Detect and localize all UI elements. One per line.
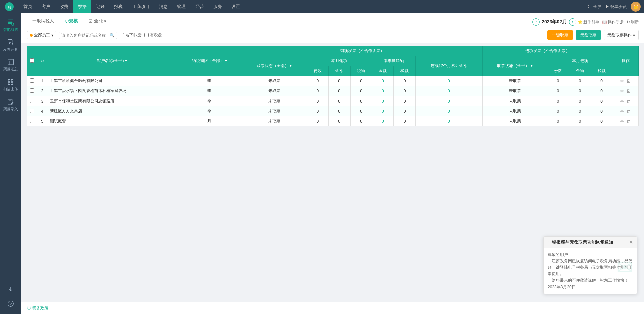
tab-small[interactable]: 小规模	[59, 15, 83, 27]
row-view-icon[interactable]: 🗎	[626, 119, 631, 124]
sidebar-help[interactable]: ?	[1, 297, 20, 310]
nav-bookkeeping[interactable]: 记账	[91, 0, 109, 13]
row-purchase-month-tax: 0	[591, 96, 612, 106]
row-sales-month-tax: 0	[350, 86, 372, 96]
notification-close-btn[interactable]: ✕	[629, 240, 633, 245]
row-checkbox[interactable]	[30, 119, 34, 123]
tab-general[interactable]: 一般纳税人	[27, 15, 59, 27]
row-sales-month-pieces: 0	[307, 86, 328, 96]
row-edit-icon[interactable]: ✏	[620, 119, 624, 124]
nav-tax[interactable]: 报税	[109, 0, 127, 13]
row-edit-icon[interactable]: ✏	[620, 109, 624, 114]
main-table: ⚙ 客户名称(全部) ▾ 纳税期限（全部） ▾ 销项发票（不合作废票） 进项发票…	[27, 46, 639, 126]
nav-customer[interactable]: 客户	[37, 0, 55, 13]
row-view-icon[interactable]: 🗎	[626, 109, 631, 114]
checkbox-mine[interactable]: 名下账套	[120, 32, 142, 38]
row-accumulated12-link[interactable]: 0	[448, 109, 450, 114]
row-purchase-month-tax: 0	[591, 116, 612, 126]
nav-home[interactable]: 首页	[19, 0, 37, 13]
tab-all[interactable]: ☑ 全能 ▾	[83, 15, 112, 27]
employee-filter[interactable]: 全部员工 ▾	[27, 31, 56, 39]
row-view-icon[interactable]: 🗎	[626, 99, 631, 104]
sidebar-label-issue-invoice: 发票开具	[3, 47, 18, 52]
filter-icon[interactable]: ▾	[531, 63, 533, 68]
row-checkbox[interactable]	[30, 88, 34, 93]
row-quarter-amount: 0	[372, 116, 394, 126]
search-icon[interactable]: 🔍	[110, 33, 115, 38]
nav-collection[interactable]: 收费	[55, 0, 73, 13]
row-actions: ✏ 🗎	[612, 76, 639, 86]
vip-btn[interactable]: ▶ 畅享会员	[605, 4, 627, 10]
svg-rect-18	[8, 82, 10, 84]
sidebar-item-smart-fetch[interactable]: 智能取票	[1, 16, 20, 35]
row-quarter-amount-link[interactable]: 0	[382, 99, 384, 104]
row-num: 1	[37, 76, 47, 86]
row-edit-icon[interactable]: ✏	[620, 78, 624, 84]
th-purchase-month-pieces: 份数	[547, 66, 569, 76]
mine-checkbox[interactable]	[120, 33, 124, 37]
period-prev-btn[interactable]: ‹	[532, 18, 540, 26]
row-accumulated12-link[interactable]: 0	[448, 119, 450, 124]
period-next-btn[interactable]: ›	[569, 18, 576, 26]
checkbox-taxdisk[interactable]: 有税盘	[144, 32, 162, 38]
row-edit-icon[interactable]: ✏	[620, 88, 624, 94]
sidebar-label-invoice-summary: 票据汇总	[3, 67, 18, 71]
th-current-month-sales: 本月销项	[307, 56, 372, 66]
row-quarter-amount-link[interactable]: 0	[382, 119, 384, 124]
row-actions: ✏ 🗎	[612, 116, 639, 126]
row-quarter-amount-link[interactable]: 0	[382, 89, 384, 93]
one-click-fetch-btn[interactable]: 一键取票	[547, 30, 573, 40]
search-input[interactable]	[61, 33, 108, 38]
nav-settings[interactable]: 设置	[227, 0, 245, 13]
chevron-down-icon: ▾	[104, 19, 106, 24]
row-customer: 测试账套	[47, 116, 177, 126]
row-accumulated12-link[interactable]: 0	[448, 99, 450, 104]
nav-operation[interactable]: 经营	[191, 0, 209, 13]
row-sales-month-pieces: 0	[307, 96, 328, 106]
th-settings: ⚙	[37, 46, 47, 76]
row-sales-month-amount: 0	[328, 86, 350, 96]
user-avatar[interactable]: 🐱	[631, 2, 641, 12]
no-disk-ops-btn[interactable]: 无盘取票操作 ▾	[604, 30, 639, 40]
nav-service[interactable]: 服务	[209, 0, 227, 13]
no-disk-fetch-btn[interactable]: 无盘取票	[576, 30, 601, 40]
nav-business[interactable]: 工商项目	[127, 0, 154, 13]
row-quarter-amount-link[interactable]: 0	[382, 79, 384, 83]
row-checkbox[interactable]	[30, 109, 34, 113]
sidebar-item-scan-upload[interactable]: 扫描上传	[1, 76, 20, 94]
nav-management[interactable]: 管理	[172, 0, 191, 13]
tax-policy-link[interactable]: 税务政策	[32, 305, 48, 311]
row-accumulated12-link[interactable]: 0	[448, 79, 450, 83]
fullscreen-btn[interactable]: ⛶ 全屏	[588, 4, 601, 10]
sidebar-download[interactable]	[1, 283, 20, 296]
sidebar-item-issue-invoice[interactable]: 发票开具	[1, 36, 20, 54]
row-view-icon[interactable]: 🗎	[626, 78, 631, 84]
nav-invoice[interactable]: 票据	[73, 0, 91, 13]
row-quarter-amount-link[interactable]: 0	[382, 109, 384, 114]
sidebar-item-invoice-summary[interactable]: 票据汇总	[1, 56, 20, 74]
filter-icon[interactable]: ▾	[290, 63, 292, 68]
nav-items: 首页 客户 收费 票据 记账 报税 工商项目 消息 管理 经营 服务 设置	[19, 0, 588, 13]
row-checkbox[interactable]	[30, 78, 34, 83]
refresh-btn[interactable]: ↻ 刷新	[627, 19, 639, 25]
check-icon: ☑	[89, 19, 93, 24]
th-purchase-month-tax: 税额	[591, 66, 612, 76]
row-quarter-tax: 0	[394, 96, 416, 106]
guide-btn[interactable]: ⭐ 新手引导	[578, 19, 599, 25]
sidebar-item-data-entry[interactable]: 票据录入	[1, 96, 20, 114]
svg-rect-12	[8, 59, 14, 65]
select-all-checkbox[interactable]	[30, 58, 34, 63]
nav-message[interactable]: 消息	[154, 0, 172, 13]
row-accumulated12: 0	[415, 96, 482, 106]
row-checkbox[interactable]	[30, 99, 34, 103]
svg-line-7	[13, 25, 14, 26]
row-view-icon[interactable]: 🗎	[626, 88, 631, 94]
table-row: 4 新建区方方文具店 季 未取票 0 0 0 0 0 0 未取票 0 0 0 ✏…	[27, 106, 639, 116]
manual-btn[interactable]: 📖 操作手册	[602, 19, 624, 25]
taxdisk-checkbox[interactable]	[144, 33, 149, 37]
filter-icon[interactable]: ▾	[225, 58, 227, 63]
filter-icon[interactable]: ▾	[125, 58, 127, 63]
row-accumulated12-link[interactable]: 0	[448, 89, 450, 93]
row-edit-icon[interactable]: ✏	[620, 99, 624, 104]
table-row: 3 卫辉市保和堂医药有限公司忠顿路店 季 未取票 0 0 0 0 0 0 未取票…	[27, 96, 639, 106]
